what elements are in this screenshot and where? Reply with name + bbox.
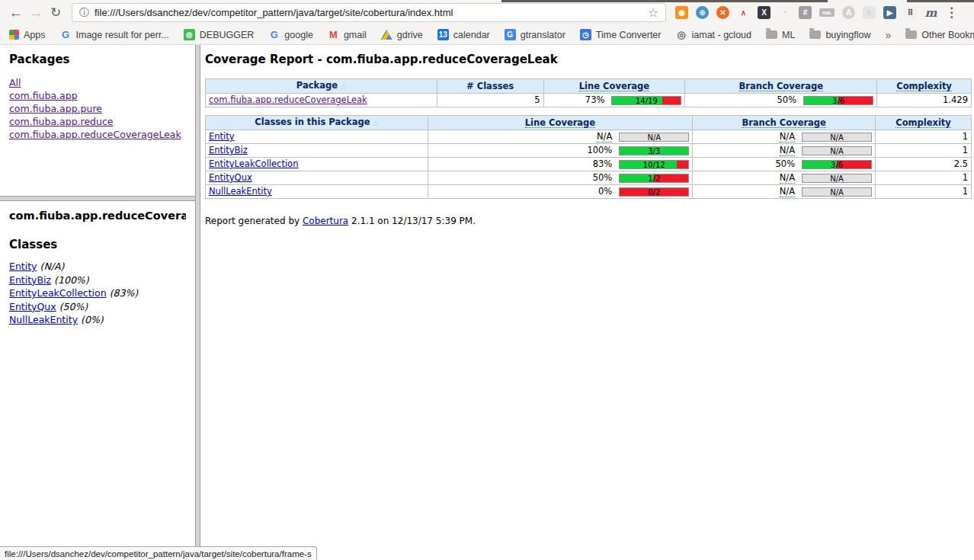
coverage-cell: 50%1/2: [428, 171, 693, 185]
bookmark-item[interactable]: ML: [766, 30, 795, 40]
angular-icon[interactable]: A: [842, 6, 855, 19]
coverage-bar-na: N/A: [802, 133, 872, 142]
bookmark-item[interactable]: 13calendar: [437, 29, 490, 40]
url-bar[interactable]: ⓘ file:///Users/dsanchez/dev/competitor_…: [72, 3, 666, 22]
table-row: EntityLeakCollection83%10/1250%3/62.5: [206, 158, 972, 171]
class-link[interactable]: NullLeakEntity: [209, 186, 272, 197]
rss-icon[interactable]: ◉: [675, 6, 688, 19]
class-link[interactable]: Entity: [209, 131, 235, 142]
hash-icon[interactable]: #: [799, 6, 812, 19]
boomerang-icon[interactable]: ∧: [737, 6, 750, 19]
class-coverage-percent: (0%): [81, 314, 104, 325]
class-coverage-percent: (100%): [54, 274, 89, 286]
package-summary-table: Package△# ClassesLine CoverageBranch Cov…: [205, 78, 972, 107]
bookmark-item[interactable]: ◎DEBUGGER: [184, 29, 255, 40]
coverage-percent: 50%: [593, 172, 613, 183]
bookmarks-overflow-chevron[interactable]: »: [885, 29, 891, 41]
class-link[interactable]: EntityBiz: [209, 145, 248, 155]
bookmark-item[interactable]: GImage result for perr...: [60, 29, 169, 40]
bookmark-item[interactable]: ◷Time Converter: [580, 29, 662, 40]
class-link[interactable]: EntityQux: [9, 301, 56, 312]
header-line-coverage[interactable]: Line Coverage: [428, 116, 693, 130]
back-icon[interactable]: ←: [6, 2, 26, 24]
globe-icon[interactable]: ⊕: [696, 6, 709, 19]
coverage-percent: 0%: [598, 186, 612, 197]
complexity-cell: 1: [876, 171, 972, 185]
class-link[interactable]: EntityBiz: [9, 274, 51, 286]
class-list-item: EntityLeakCollection(83%): [9, 286, 186, 300]
header-num-classes[interactable]: # Classes: [437, 79, 543, 94]
header-complexity[interactable]: Complexity: [876, 116, 972, 130]
column-header-label: # Classes: [466, 81, 514, 91]
bookmark-item[interactable]: Ggoogle: [268, 29, 313, 40]
complexity-cell: 2.5: [876, 158, 972, 171]
class-link[interactable]: EntityLeakCollection: [9, 287, 107, 299]
coverage-cell: 50%3/6: [685, 94, 877, 107]
apps-shortcut[interactable]: Apps: [9, 30, 46, 40]
class-name-cell: Entity: [206, 130, 428, 144]
coverage-cell: N/AN/A: [693, 144, 876, 158]
wheel-icon[interactable]: ✕: [716, 6, 729, 19]
package-link[interactable]: com.fiuba.app: [9, 89, 186, 102]
header-package[interactable]: Package△: [206, 79, 437, 94]
play-icon[interactable]: ▶: [883, 6, 896, 19]
browser-menu-icon[interactable]: ⋮: [945, 5, 958, 21]
sort-ascending-icon[interactable]: △: [373, 119, 378, 126]
google-g-icon: G: [60, 29, 72, 40]
reload-icon[interactable]: ↻: [46, 2, 66, 24]
bookmark-item[interactable]: buyingflow: [809, 30, 870, 40]
page-info-icon[interactable]: ⓘ: [79, 6, 89, 20]
package-link[interactable]: com.fiuba.app.reduce: [9, 115, 186, 128]
bookmark-label: DEBUGGER: [200, 30, 255, 40]
class-link[interactable]: Entity: [9, 261, 37, 272]
qr-scan-icon[interactable]: ⠿: [904, 6, 917, 19]
coverage-cell: 0%0/2: [428, 185, 693, 199]
header-line-coverage[interactable]: Line Coverage: [543, 79, 685, 94]
header-branch-coverage[interactable]: Branch Coverage: [685, 79, 877, 94]
forward-icon[interactable]: →: [26, 2, 46, 24]
xml-icon[interactable]: XML: [819, 8, 835, 17]
folder-icon: [905, 30, 917, 39]
package-link[interactable]: All: [9, 76, 186, 89]
coverage-bar-label: N/A: [620, 133, 688, 142]
bookmark-star-icon[interactable]: ☆: [648, 5, 658, 20]
faded-extension-icon[interactable]: ≡: [863, 6, 876, 19]
complexity-cell: 1.429: [877, 94, 972, 107]
bookmark-label: iamat - gcloud: [691, 30, 751, 40]
package-detail-title: com.fiuba.app.reduceCoverageLeak: [9, 210, 186, 222]
class-link[interactable]: EntityQux: [209, 172, 252, 183]
coverage-percent: N/A: [780, 186, 795, 197]
gear-icon: ◎: [675, 29, 687, 40]
bookmark-label: gtranslator: [521, 30, 565, 40]
browser-toolbar: ← → ↻ ⓘ file:///Users/dsanchez/dev/compe…: [0, 0, 974, 25]
sort-ascending-icon[interactable]: △: [341, 82, 346, 90]
coverage-bar-label: 3/6: [804, 97, 873, 106]
medium-icon[interactable]: m: [924, 6, 937, 19]
coverage-cell: 100%3/3: [428, 144, 693, 158]
header-classes-in-package[interactable]: Classes in this Package△: [206, 116, 428, 130]
coverage-bar: 3/6: [803, 96, 873, 105]
bookmark-item[interactable]: Mgmail: [328, 29, 367, 40]
cobertura-link[interactable]: Cobertura: [303, 216, 348, 226]
package-link[interactable]: com.fiuba.app.pure: [9, 102, 186, 115]
header-complexity[interactable]: Complexity: [877, 79, 972, 94]
coverage-cell: N/AN/A: [693, 171, 876, 185]
package-link[interactable]: com.fiuba.app.reduceCoverageLeak: [9, 128, 186, 141]
x-extension-icon[interactable]: X: [758, 6, 771, 19]
horizontal-frame-divider[interactable]: [0, 196, 195, 201]
class-link[interactable]: NullLeakEntity: [9, 314, 78, 325]
vertical-frame-divider[interactable]: [195, 45, 200, 559]
package-link[interactable]: com.fiuba.app.reduceCoverageLeak: [209, 94, 367, 105]
column-header-label: Branch Coverage: [739, 82, 824, 91]
bookmark-item[interactable]: Ggtranslator: [505, 29, 565, 40]
swirl-icon[interactable]: ◔: [778, 6, 791, 19]
bookmark-item[interactable]: ◎iamat - gcloud: [675, 29, 751, 40]
header-branch-coverage[interactable]: Branch Coverage: [693, 116, 876, 130]
column-header-label: Complexity: [896, 118, 951, 128]
browser-chrome: ← → ↻ ⓘ file:///Users/dsanchez/dev/compe…: [0, 0, 974, 45]
tabstrip-edge: [907, 0, 974, 2]
url-text[interactable]: file:///Users/dsanchez/dev/competitor_pa…: [95, 7, 648, 18]
class-link[interactable]: EntityLeakCollection: [209, 158, 298, 169]
bookmark-item[interactable]: gdrive: [381, 30, 423, 40]
other-bookmarks[interactable]: Other Bookmarks: [905, 30, 974, 40]
